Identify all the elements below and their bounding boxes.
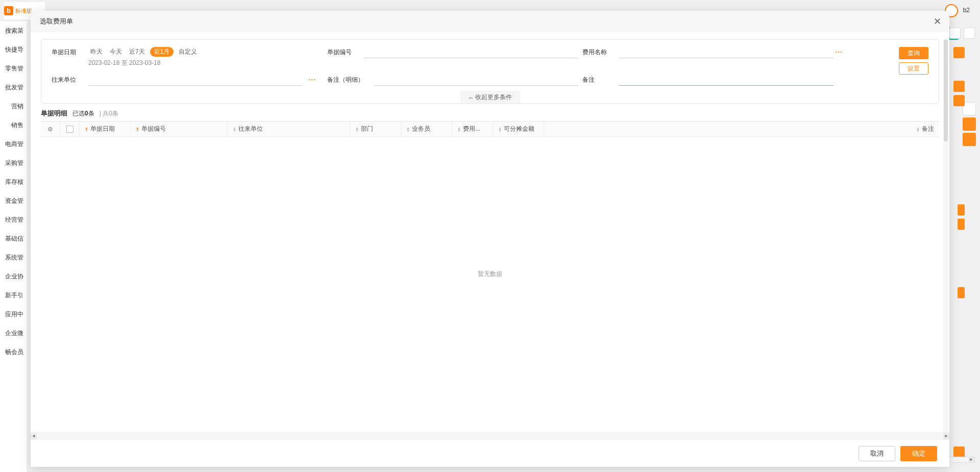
chevron-up-icon: ︽ <box>469 94 473 101</box>
date-range-text: 2023-02-18 至 2023-03-18 <box>88 59 199 67</box>
settings-button[interactable]: 设置 <box>899 62 928 75</box>
date-tag-custom[interactable]: 自定义 <box>177 47 199 57</box>
collapse-filters-button[interactable]: ︽ 收起更多条件 <box>460 91 520 103</box>
collapse-label: 收起更多条件 <box>475 93 512 102</box>
more-icon[interactable]: ··· <box>308 76 316 84</box>
col-doc-no[interactable]: ▲▼单据编号 <box>131 122 228 136</box>
list-selected: 已选0条 <box>72 109 94 118</box>
col-dept[interactable]: ▲▼部门 <box>350 122 401 136</box>
col-fee[interactable]: ▲▼费用... <box>452 122 493 136</box>
filter-panel: 单据日期 昨天 今天 近7天 近1月 自定义 2023-02-18 至 2023… <box>41 39 939 104</box>
list-title: 单据明细 <box>41 109 67 118</box>
confirm-button[interactable]: 确定 <box>900 446 937 461</box>
doc-no-input[interactable] <box>364 47 578 58</box>
table-settings-button[interactable]: ⚙ <box>41 122 60 136</box>
modal-vertical-scrollbar[interactable] <box>943 39 948 436</box>
modal-title: 选取费用单 <box>40 17 73 26</box>
date-tag-last7[interactable]: 近7天 <box>127 47 147 57</box>
filter-label-party: 往来单位 <box>52 75 88 84</box>
cancel-button[interactable]: 取消 <box>859 446 895 461</box>
filter-label-date: 单据日期 <box>52 47 88 57</box>
filter-label-remark: 备注 <box>582 75 619 84</box>
empty-state: 暂无数据 <box>41 137 939 278</box>
col-party[interactable]: ▲▼往来单位 <box>228 122 350 136</box>
filter-label-fee-name: 费用名称 <box>582 47 619 57</box>
col-operator[interactable]: ▲▼业务员 <box>401 122 452 136</box>
scroll-right-icon[interactable]: ► <box>943 433 949 439</box>
list-total: | 共0条 <box>100 109 118 118</box>
col-alloc-amount[interactable]: ▲▼可分摊金额 <box>493 122 544 136</box>
query-button[interactable]: 查询 <box>899 47 928 59</box>
remark-input[interactable] <box>619 75 834 86</box>
data-table: ⚙ ▲▼单据日期 ▲▼单据编号 ▲▼往来单位 ▲▼部门 ▲▼业务员 ▲▼费用..… <box>41 121 939 432</box>
more-icon[interactable]: ··· <box>835 48 843 56</box>
party-input[interactable] <box>88 75 303 86</box>
filter-label-remark-detail: 备注（明细） <box>327 75 374 84</box>
date-tag-last1m[interactable]: 近1月 <box>150 47 174 57</box>
modal-header: 选取费用单 ✕ <box>31 11 949 32</box>
checkbox-icon <box>66 126 74 133</box>
date-tag-today[interactable]: 今天 <box>108 47 124 57</box>
gear-icon: ⚙ <box>47 126 53 133</box>
close-icon[interactable]: ✕ <box>934 16 941 27</box>
col-date[interactable]: ▲▼单据日期 <box>80 122 131 136</box>
filter-label-doc-no: 单据编号 <box>327 47 364 57</box>
date-tag-yesterday[interactable]: 昨天 <box>88 47 105 57</box>
select-all-checkbox[interactable] <box>60 122 80 136</box>
scroll-left-icon[interactable]: ◄ <box>31 433 37 439</box>
select-fee-modal: 选取费用单 ✕ 单据日期 昨天 今天 近7天 <box>31 11 949 467</box>
fee-name-input[interactable] <box>619 47 834 58</box>
modal-overlay: 选取费用单 ✕ 单据日期 昨天 今天 近7天 <box>0 0 980 472</box>
scrollbar-thumb[interactable] <box>944 39 948 141</box>
modal-horizontal-scrollbar[interactable]: ◄ ► <box>31 432 949 439</box>
remark-detail-input[interactable] <box>374 75 578 86</box>
modal-footer: 取消 确定 <box>31 439 949 467</box>
col-remark[interactable]: ▲▼备注 <box>544 122 939 136</box>
